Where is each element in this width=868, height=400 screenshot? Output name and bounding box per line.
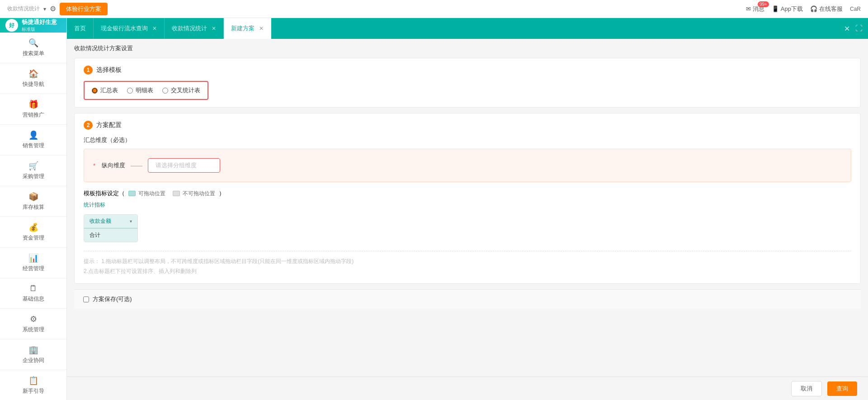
radio-cross-label: 交叉统计表 [171,86,200,94]
radio-detail-label: 明细表 [136,86,153,94]
step2-content: 汇总维度（必选） * 纵向维度 —— 请选择分组维度 [84,136,851,276]
dropdown-icon: ▾ [43,6,46,12]
sidebar-label-system: 系统管理 [23,326,44,334]
sidebar-label-baseinfo: 基础信息 [23,295,44,303]
person-icon: 👤 [28,130,38,140]
tab-new-plan-label: 新建方案 [231,24,255,33]
sidebar-label-newbie: 新手引导 [23,387,44,395]
tab-home[interactable]: 首页 [67,18,94,39]
metrics-table-row1: 合计 [84,228,137,242]
radio-summary-input[interactable] [92,88,98,94]
page-title: 收款情况统计方案设置 [74,44,861,52]
query-button[interactable]: 查询 [827,381,857,396]
building-icon: 🏢 [28,345,38,355]
tab-receipt-stats-label: 收款情况统计 [172,24,207,33]
sidebar-label-sales: 销售管理 [23,142,44,150]
sidebar-item-baseinfo[interactable]: 🗒 基础信息 [0,278,66,309]
tab-home-label: 首页 [74,24,86,33]
step1-card: 1 选择模板 汇总表 明细表 [74,58,861,108]
gear-icon: ⚙ [50,5,56,13]
tab-bank-flow[interactable]: 现金银行流水查询 ✕ [94,18,165,39]
fixed-box [173,191,180,196]
sidebar-item-quick-nav[interactable]: 🏠 快捷导航 [0,63,66,94]
dimension-selector[interactable]: 请选择分组维度 [148,158,220,173]
breadcrumb: 收款情况统计 [7,5,40,13]
download-icon: 📱 [772,5,779,12]
radio-group: 汇总表 明细表 交叉统计表 [92,86,200,94]
tab-bar-actions: ✕ ⛶ [842,23,868,35]
metrics-table: 收款金额 ▾ 合计 [84,214,138,242]
save-section: 方案保存(可选) [74,289,861,309]
subsection-label: 汇总维度（必选） [84,136,851,144]
tab-bar: 首页 现金银行流水查询 ✕ 收款情况统计 ✕ 新建方案 ✕ ✕ ⛶ [67,18,868,39]
chevron-down-icon[interactable]: ▾ [130,219,132,224]
vertical-dim-label: 纵向维度 [102,161,125,169]
tab-expand-btn[interactable]: ⛶ [854,23,864,34]
message-icon: ✉ [746,5,751,12]
sidebar-item-enterprise[interactable]: 🏢 企业协同 [0,339,66,370]
sidebar-item-purchase[interactable]: 🛒 采购管理 [0,155,66,186]
tab-receipt-stats-close[interactable]: ✕ [212,26,216,31]
tab-receipt-stats[interactable]: 收款情况统计 ✕ [165,18,224,39]
step2-num: 2 [84,121,93,130]
support-icon: 🎧 [810,5,817,12]
footer-bar: 取消 查询 [67,376,868,400]
app-download-item[interactable]: 📱 App下载 [772,5,803,13]
metrics-header-text: 模板指标设定（ [84,189,125,198]
chart-icon: 📊 [28,253,38,263]
step1-num: 1 [84,66,93,75]
box-icon: 📦 [28,192,38,202]
step1-label: 选择模板 [96,66,122,74]
main-layout: 好 畅捷通好生意 标准版 🔍 搜索菜单 🏠 快捷导航 🎁 营销推广 👤 销售管理… [0,18,868,400]
template-selector: 汇总表 明细表 交叉统计表 [84,81,208,100]
radio-cross-input[interactable] [162,88,168,94]
sidebar-label-marketing: 营销推广 [23,111,44,119]
sidebar-item-system[interactable]: ⚙ 系统管理 [0,309,66,339]
tab-close-all-btn[interactable]: ✕ [842,23,852,35]
metrics-section-label: 统计指标 [84,201,851,209]
system-icon: ⚙ [30,314,37,324]
legend-draggable: 可拖动位置 [128,190,165,198]
gear-button[interactable]: ⚙ [50,5,56,13]
sidebar-item-newbie[interactable]: 📋 新手引导 [0,370,66,400]
required-mark: * [93,162,95,169]
step1-header: 1 选择模板 [84,66,851,75]
step2-card: 2 方案配置 汇总维度（必选） * 纵向维度 —— 请选 [74,113,861,284]
newbie-icon: 📋 [28,376,38,386]
save-checkbox[interactable] [83,296,89,302]
sidebar-label-operations: 经营管理 [23,265,44,273]
metrics-label-row: 模板指标设定（ 可拖动位置 不可拖动位置 ） [84,189,851,198]
cancel-button[interactable]: 取消 [791,381,822,396]
sidebar-item-finance[interactable]: 💰 资金管理 [0,217,66,248]
sidebar-item-marketing[interactable]: 🎁 营销推广 [0,94,66,125]
notification-item[interactable]: ✉ 消息 99+ [746,5,764,13]
legend-draggable-label: 可拖动位置 [138,190,165,198]
tips-section: 提示： 1.拖动标题栏可以调整布局，不可跨维度或指标区域拖动栏目字段(只能在同一… [84,251,851,276]
logo-text-group: 畅捷通好生意 标准版 [22,18,57,33]
radio-summary[interactable]: 汇总表 [92,86,118,94]
legend-suffix: ） [219,189,225,198]
breadcrumb-dropdown[interactable]: ▾ [43,6,46,12]
tab-bank-flow-close[interactable]: ✕ [152,26,157,31]
trial-button[interactable]: 体验行业方案 [60,3,108,15]
tab-new-plan[interactable]: 新建方案 ✕ [224,18,271,39]
logo-text: 畅捷通好生意 [22,18,57,26]
sidebar-item-operations[interactable]: 📊 经营管理 [0,248,66,278]
sidebar-item-search[interactable]: 🔍 搜索菜单 [0,33,66,63]
tab-new-plan-close[interactable]: ✕ [259,26,264,31]
online-support-item[interactable]: 🎧 在线客服 [810,5,843,13]
radio-detail[interactable]: 明细表 [127,86,153,94]
radio-cross[interactable]: 交叉统计表 [162,86,200,94]
sidebar-item-sales[interactable]: 👤 销售管理 [0,125,66,155]
content-area: 首页 现金银行流水查询 ✕ 收款情况统计 ✕ 新建方案 ✕ ✕ ⛶ 收款情况统计… [67,18,868,400]
draggable-box [128,191,136,196]
radio-detail-input[interactable] [127,88,133,94]
tip2: 2.点击标题栏下拉可设置排序、插入列和删除列 [84,267,851,277]
metrics-col1-header: 收款金额 [90,217,111,225]
metrics-table-header[interactable]: 收款金额 ▾ [84,215,137,228]
sidebar-label-finance: 资金管理 [23,234,44,242]
sidebar-label-enterprise: 企业协同 [23,357,44,364]
sidebar-label-inventory: 库存核算 [23,203,44,211]
sidebar-item-inventory[interactable]: 📦 库存核算 [0,186,66,217]
sidebar: 好 畅捷通好生意 标准版 🔍 搜索菜单 🏠 快捷导航 🎁 营销推广 👤 销售管理… [0,18,67,400]
